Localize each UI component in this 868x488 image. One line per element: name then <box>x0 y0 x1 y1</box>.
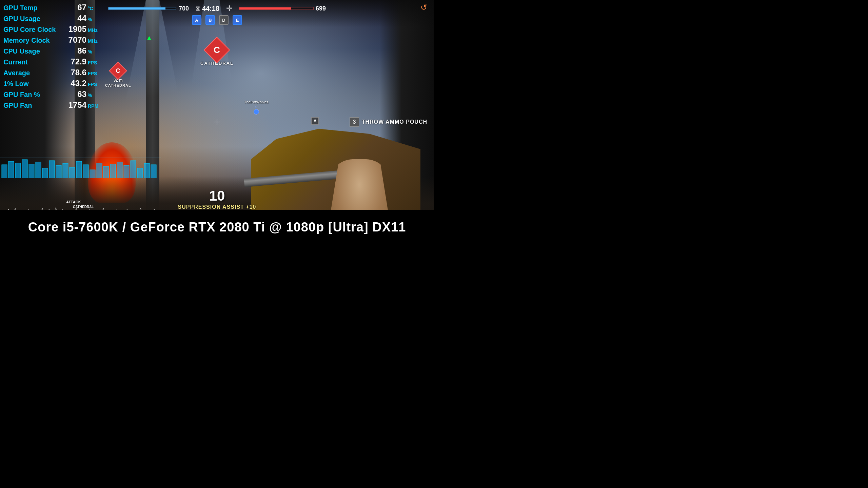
ally-marker: ThePofWolves ◇ <box>244 100 268 115</box>
low1-fps-label: 1% Low <box>3 80 63 88</box>
score-display: 699 <box>239 5 326 12</box>
cpu-usage-value: 86 <box>63 46 86 56</box>
gpu-usage-unit: % <box>88 17 103 22</box>
crosshair-vertical <box>217 119 217 125</box>
obj-c-letter: C <box>214 45 220 55</box>
gpu-fan-rpm-unit: RPM <box>88 103 103 109</box>
waypoint-arrow: ▲ <box>146 34 153 42</box>
cathedral-minimap-label: CATHEDRAL <box>73 205 94 209</box>
crosshair <box>214 119 220 125</box>
svg-rect-22 <box>151 165 156 178</box>
score-bar <box>239 7 314 10</box>
svg-rect-10 <box>70 167 75 178</box>
low1-fps-unit: FPS <box>88 82 103 87</box>
action-key-3: 3 <box>350 117 359 127</box>
score-popup-label: SUPPRESSION ASSIST +10 <box>178 204 256 210</box>
svg-rect-5 <box>36 162 41 178</box>
gpu-usage-row: GPU Usage 44 % <box>3 14 112 23</box>
capture-point-a: A <box>192 15 201 25</box>
cpu-usage-row: CPU Usage 86 % <box>3 46 112 56</box>
bottom-bar: Core i5-7600K / GeForce RTX 2080 Ti @ 10… <box>0 210 434 244</box>
capture-points: A B D E <box>192 15 242 25</box>
svg-rect-2 <box>15 163 21 178</box>
ammo-action: 3 THROW AMMO POUCH <box>350 117 427 127</box>
svg-rect-11 <box>76 161 82 178</box>
health-value: 700 <box>179 5 189 12</box>
gpu-fan-pct-unit: % <box>88 93 103 98</box>
svg-rect-16 <box>110 164 116 178</box>
memory-clock-unit: MHz <box>88 38 103 44</box>
svg-rect-3 <box>22 160 27 178</box>
cpu-usage-unit: % <box>88 49 103 55</box>
ally-icon <box>254 109 259 115</box>
current-fps-value: 72.9 <box>63 57 86 66</box>
stats-overlay: GPU Temp 67 °C GPU Usage 44 % GPU Core C… <box>0 0 115 114</box>
objective-a-field: A <box>311 117 319 125</box>
enemy-score: 699 <box>316 5 326 12</box>
ally-name: ThePofWolves <box>244 100 268 104</box>
memory-clock-label: Memory Clock <box>3 37 63 44</box>
reload-icon: ↺ <box>420 3 427 12</box>
current-fps-unit: FPS <box>88 60 103 65</box>
gpu-core-clock-unit: MHz <box>88 27 103 33</box>
svg-rect-4 <box>29 164 34 178</box>
gpu-fan-pct-value: 63 <box>63 89 86 99</box>
average-fps-label: Average <box>3 69 63 77</box>
score-fill <box>239 7 291 9</box>
svg-rect-0 <box>2 165 7 178</box>
gpu-fan-rpm-row: GPU Fan 1754 RPM <box>3 100 112 110</box>
gpu-core-clock-row: GPU Core Clock 1905 MHz <box>3 24 112 34</box>
obj-c-distant-marker: C CATHEDRAL <box>200 41 234 66</box>
gpu-core-clock-label: GPU Core Clock <box>3 26 63 34</box>
average-fps-unit: FPS <box>88 71 103 76</box>
gpu-fan-rpm-label: GPU Fan <box>3 102 63 109</box>
target-icon: ✛ <box>226 4 232 13</box>
svg-rect-12 <box>83 165 88 178</box>
memory-clock-row: Memory Clock 7070 MHz <box>3 35 112 45</box>
svg-rect-19 <box>131 161 136 178</box>
svg-rect-7 <box>49 161 55 178</box>
health-bar <box>108 7 176 10</box>
timer-icon: ⧖ <box>196 5 200 12</box>
svg-rect-20 <box>137 168 143 178</box>
gpu-fan-pct-label: GPU Fan % <box>3 91 63 99</box>
svg-rect-17 <box>117 162 122 178</box>
svg-rect-13 <box>90 170 95 178</box>
timer-value: 44:18 <box>202 5 219 13</box>
gpu-temp-row: GPU Temp 67 °C <box>3 3 112 12</box>
svg-rect-8 <box>56 165 61 178</box>
capture-point-d: D <box>219 15 229 25</box>
timer-display: ⧖ 44:18 <box>196 5 219 13</box>
current-fps-label: Current <box>3 58 63 66</box>
svg-rect-14 <box>97 163 102 178</box>
ally-diamond-icon: ◇ <box>255 105 258 108</box>
health-fill <box>108 7 165 9</box>
gpu-usage-label: GPU Usage <box>3 15 63 23</box>
system-info: Core i5-7600K / GeForce RTX 2080 Ti @ 10… <box>28 220 406 235</box>
cpu-usage-label: CPU Usage <box>3 47 63 55</box>
svg-rect-18 <box>124 165 129 178</box>
gpu-temp-unit: °C <box>88 6 103 11</box>
gpu-fan-pct-row: GPU Fan % 63 % <box>3 89 112 99</box>
gpu-temp-label: GPU Temp <box>3 4 63 12</box>
svg-rect-6 <box>42 168 48 178</box>
svg-rect-9 <box>63 163 68 178</box>
score-popup: 10 SUPPRESSION ASSIST +10 <box>178 188 256 210</box>
low1-fps-value: 43.2 <box>63 79 86 88</box>
memory-clock-value: 7070 <box>63 35 86 45</box>
score-popup-value: 10 <box>178 188 256 204</box>
gpu-fan-rpm-value: 1754 <box>63 100 86 110</box>
svg-rect-15 <box>103 166 109 178</box>
capture-point-b: B <box>205 15 215 25</box>
throw-ammo-label: THROW AMMO POUCH <box>362 119 427 125</box>
low1-fps-row: 1% Low 43.2 FPS <box>3 79 112 88</box>
gpu-temp-value: 67 <box>63 3 86 12</box>
gpu-usage-value: 44 <box>63 14 86 23</box>
attack-label: ATTACK <box>66 200 81 204</box>
average-fps-row: Average 78.6 FPS <box>3 68 112 77</box>
average-fps-value: 78.6 <box>63 68 86 77</box>
gpu-core-clock-value: 1905 <box>63 24 86 34</box>
capture-point-e: E <box>233 15 242 25</box>
svg-rect-21 <box>144 163 150 178</box>
fps-graph <box>0 158 161 178</box>
